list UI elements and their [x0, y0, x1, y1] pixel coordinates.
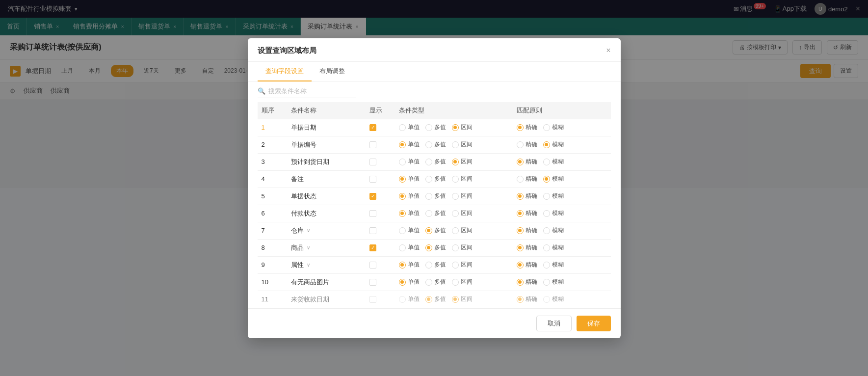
radio-range-3[interactable]: 区间 [452, 158, 473, 166]
search-box: 🔍 [258, 87, 356, 98]
radio-dot-single-2 [399, 141, 406, 148]
table-head: 顺序 条件名称 显示 条件类型 匹配原则 [258, 102, 611, 119]
radio-dot-range-2 [452, 141, 459, 148]
table-row: 5 单据状态 ✓ 单值 多值 区间 [258, 188, 611, 188]
radio-dot-single-1 [399, 124, 406, 131]
head-type: 条件类型 [395, 106, 513, 115]
cell-match-2: 精确 模糊 [513, 140, 611, 149]
radio-dot-multi-2 [425, 141, 432, 148]
cell-display-2[interactable] [366, 141, 395, 148]
tab-layout-adjust-label: 布局调整 [319, 67, 345, 75]
radio-dot-multi-3 [425, 159, 432, 165]
radio-dot-fuzzy-2 [543, 141, 550, 148]
checkbox-display-2[interactable] [369, 141, 376, 148]
radio-precise-3[interactable]: 精确 [517, 158, 537, 166]
tab-layout-adjust[interactable]: 布局调整 [312, 62, 353, 81]
radio-group-type-1: 单值 多值 区间 [399, 123, 473, 132]
radio-range-1[interactable]: 区间 [452, 123, 473, 132]
radio-dot-multi-4 [425, 176, 432, 183]
radio-dot-fuzzy-3 [543, 159, 550, 165]
modal-header: 设置查询区域布局 × [248, 38, 621, 62]
radio-multi-1[interactable]: 多值 [425, 123, 446, 132]
tab-field-settings[interactable]: 查询字段设置 [258, 62, 312, 81]
checkbox-display-4[interactable] [369, 176, 376, 183]
radio-precise-1[interactable]: 精确 [517, 123, 537, 132]
radio-single-1[interactable]: 单值 [399, 123, 420, 132]
radio-fuzzy-4[interactable]: 模糊 [543, 175, 564, 183]
modal-overlay: 设置查询区域布局 × 查询字段设置 布局调整 🔍 顺序 条件名称 [0, 0, 868, 188]
radio-precise-2[interactable]: 精确 [517, 140, 537, 149]
head-order: 顺序 [258, 106, 287, 115]
radio-precise-4[interactable]: 精确 [517, 175, 537, 183]
cell-match-4: 精确 模糊 [513, 175, 611, 183]
match-group-2: 精确 模糊 [517, 140, 564, 149]
radio-dot-fuzzy-4 [543, 176, 550, 183]
cell-order-1: 1 [258, 124, 287, 131]
head-name: 条件名称 [287, 106, 366, 115]
match-group-1: 精确 模糊 [517, 123, 564, 132]
search-input[interactable] [268, 87, 347, 95]
table-row: 3 预计到货日期 单值 多值 区间 [258, 154, 611, 171]
radio-range-4[interactable]: 区间 [452, 175, 473, 183]
radio-dot-single-3 [399, 159, 406, 165]
radio-multi-3[interactable]: 多值 [425, 158, 446, 166]
radio-group-type-4: 单值 多值 区间 [399, 175, 473, 183]
cell-match-1: 精确 模糊 [513, 123, 611, 132]
radio-dot-single-4 [399, 176, 406, 183]
cell-order-2: 2 [258, 141, 287, 148]
modal-table: 顺序 条件名称 显示 条件类型 匹配原则 1 单据日期 ✓ 单值 [248, 102, 621, 188]
cell-name-2: 单据编号 [287, 140, 366, 149]
head-display: 显示 [366, 106, 395, 115]
radio-dot-precise-3 [517, 159, 524, 165]
radio-fuzzy-1[interactable]: 模糊 [543, 123, 564, 132]
radio-multi-2[interactable]: 多值 [425, 140, 446, 149]
cell-name-3: 预计到货日期 [287, 158, 366, 166]
modal-close-button[interactable]: × [606, 46, 610, 55]
radio-dot-precise-2 [517, 141, 524, 148]
radio-group-type-3: 单值 多值 区间 [399, 158, 473, 166]
cell-display-4[interactable] [366, 176, 395, 183]
modal-title: 设置查询区域布局 [258, 46, 316, 55]
radio-fuzzy-3[interactable]: 模糊 [543, 158, 564, 166]
checkbox-display-1[interactable]: ✓ [369, 124, 376, 131]
radio-dot-range-3 [452, 159, 459, 165]
cell-match-3: 精确 模糊 [513, 158, 611, 166]
radio-dot-precise-1 [517, 124, 524, 131]
cell-order-4: 4 [258, 175, 287, 183]
modal-tab-bar: 查询字段设置 布局调整 [248, 62, 621, 81]
radio-single-4[interactable]: 单值 [399, 175, 420, 183]
radio-dot-precise-4 [517, 176, 524, 183]
cell-name-4: 备注 [287, 175, 366, 184]
cell-type-4: 单值 多值 区间 [395, 175, 513, 183]
cell-name-1: 单据日期 [287, 123, 366, 132]
cell-type-1: 单值 多值 区间 [395, 123, 513, 132]
table-row: 2 单据编号 单值 多值 区间 [258, 136, 611, 154]
radio-single-3[interactable]: 单值 [399, 158, 420, 166]
cell-display-3[interactable] [366, 159, 395, 165]
radio-group-type-2: 单值 多值 区间 [399, 140, 473, 149]
match-group-3: 精确 模糊 [517, 158, 564, 166]
match-group-4: 精确 模糊 [517, 175, 564, 183]
cell-display-1[interactable]: ✓ [366, 124, 395, 131]
radio-multi-4[interactable]: 多值 [425, 175, 446, 183]
search-icon: 🔍 [258, 87, 265, 95]
radio-fuzzy-2[interactable]: 模糊 [543, 140, 564, 149]
radio-dot-range-1 [452, 124, 459, 131]
radio-range-2[interactable]: 区间 [452, 140, 473, 149]
table-row: 4 备注 单值 多值 区间 [258, 171, 611, 188]
cell-type-3: 单值 多值 区间 [395, 158, 513, 166]
modal-search-area: 🔍 [248, 81, 621, 102]
cell-type-2: 单值 多值 区间 [395, 140, 513, 149]
radio-dot-multi-1 [425, 124, 432, 131]
checkbox-display-3[interactable] [369, 159, 376, 165]
radio-single-2[interactable]: 单值 [399, 140, 420, 149]
head-match: 匹配原则 [513, 106, 611, 115]
radio-dot-fuzzy-1 [543, 124, 550, 131]
modal-dialog: 设置查询区域布局 × 查询字段设置 布局调整 🔍 顺序 条件名称 [248, 38, 621, 188]
table-row: 1 单据日期 ✓ 单值 多值 区间 [258, 119, 611, 136]
radio-dot-range-4 [452, 176, 459, 183]
cell-order-3: 3 [258, 158, 287, 165]
tab-field-settings-label: 查询字段设置 [265, 67, 304, 75]
